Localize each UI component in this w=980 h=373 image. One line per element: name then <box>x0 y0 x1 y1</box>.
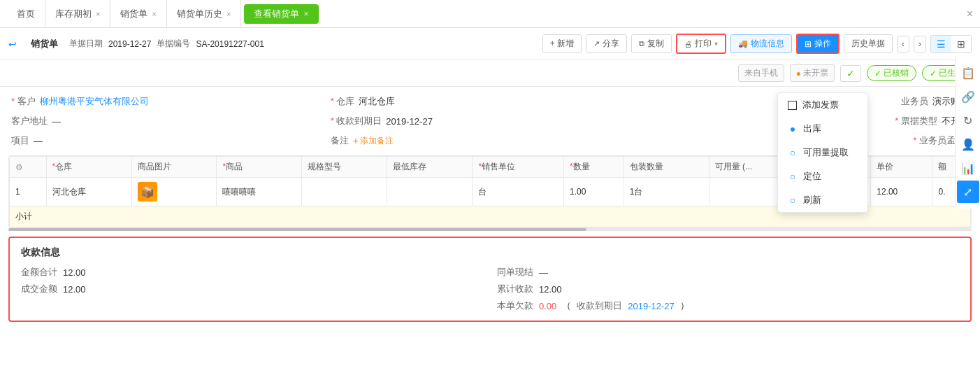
logistics-button[interactable]: 🚚 物流信息 <box>730 34 792 53</box>
customer-value[interactable]: 柳州粤港平安气体有限公司 <box>40 95 149 108</box>
col-settings: ⚙ <box>10 157 47 178</box>
project-value: — <box>34 136 43 146</box>
settlement-item: 同单现结 — <box>497 266 959 279</box>
cumulative-value: 12.00 <box>539 284 562 295</box>
cell-seq: 1 <box>10 178 47 206</box>
view-list-button[interactable]: ☰ <box>931 36 951 52</box>
tab-close-inventory[interactable]: × <box>96 10 100 18</box>
col-spec: 规格型号 <box>302 157 387 178</box>
warehouse-field: * 仓库 河北仓库 <box>331 95 650 108</box>
payment-grid: 金额合计 12.00 同单现结 — 成交金额 12.00 累计收款 12.00 … <box>21 266 959 312</box>
col-unit: *销售单位 <box>473 157 564 178</box>
not-open-button[interactable]: ● 未开票 <box>790 64 835 82</box>
doc-actions: + 新增 ↗ 分享 ⧉ 复制 🖨 打印 ▾ 🚚 物流信息 <box>542 34 972 54</box>
settings-icon[interactable]: ⚙ <box>15 162 23 172</box>
share-button[interactable]: ↗ 分享 <box>586 34 627 53</box>
col-unit-price: 单价 <box>871 157 932 178</box>
from-phone-button[interactable]: 来自手机 <box>738 64 784 82</box>
dropdown-locate[interactable]: ○ 定位 <box>778 164 867 188</box>
transaction-item: 成交金额 12.00 <box>21 283 483 295</box>
product-image: 📦 <box>138 182 157 202</box>
tab-bar-close[interactable]: × <box>967 8 973 20</box>
tab-home[interactable]: 首页 <box>7 0 45 28</box>
customer-field: * 客户 柳州粤港平安气体有限公司 <box>11 95 331 108</box>
tab-close-sales-order[interactable]: × <box>152 10 156 18</box>
view-grid-button[interactable]: ⊞ <box>951 36 971 52</box>
tab-sales-order[interactable]: 销货单 × <box>110 0 166 28</box>
sidebar-icon-2[interactable]: 🔗 <box>957 85 979 108</box>
transaction-value: 12.00 <box>63 284 86 295</box>
new-button[interactable]: + 新增 <box>542 34 582 53</box>
print-button[interactable]: 🖨 打印 ▾ <box>676 34 726 54</box>
doc-meta: 单据日期 2019-12-27 单据编号 SA-20191227-001 <box>69 38 264 50</box>
col-quantity: *数量 <box>564 157 624 178</box>
locate-icon: ○ <box>788 171 798 181</box>
payment-date-value: 2019-12-27 <box>386 116 433 127</box>
doc-icon: ↩ <box>8 38 17 50</box>
right-sidebar: 📋 🔗 ↻ 👤 📊 ⤢ <box>955 56 980 209</box>
sidebar-icon-6[interactable]: ⤢ <box>957 181 979 203</box>
cell-spec <box>302 178 387 206</box>
cell-pack-qty: 1台 <box>624 178 709 206</box>
cumulative-item: 累计收款 12.00 <box>497 283 959 295</box>
doc-header: ↩ 销货单 单据日期 2019-12-27 单据编号 SA-20191227-0… <box>0 28 980 60</box>
dropdown-available-qty[interactable]: ○ 可用量提取 <box>778 141 867 164</box>
dropdown-ship-out[interactable]: ● 出库 <box>778 117 867 141</box>
sold-badge: ✓ 已核销 <box>867 65 916 81</box>
tab-sales-history[interactable]: 销货单历史 × <box>167 0 241 28</box>
cell-unit-price: 12.00 <box>871 178 932 206</box>
dropdown-add-invoice[interactable]: 添加发票 <box>778 93 867 117</box>
add-note-button[interactable]: + 添加备注 <box>353 135 394 147</box>
sidebar-icon-1[interactable]: 📋 <box>957 62 979 84</box>
col-min-stock: 最低库存 <box>387 157 473 178</box>
payment-title: 收款信息 <box>21 246 959 259</box>
ship-out-icon: ● <box>788 124 798 134</box>
payment-box: 收款信息 金额合计 12.00 同单现结 — 成交金额 12.00 累计收款 1… <box>8 237 972 322</box>
scroll-indicator[interactable] <box>8 228 972 231</box>
nav-next-button[interactable]: › <box>914 36 926 52</box>
col-product-img: 商品图片 <box>131 157 217 178</box>
sub-toolbar: 来自手机 ● 未开票 ✓ ✓ 已核销 ✓ 已生效 <box>0 60 980 87</box>
available-qty-icon: ○ <box>788 148 798 157</box>
scroll-thumb <box>8 228 586 231</box>
tab-close-view-sales[interactable]: × <box>303 8 309 19</box>
cell-quantity: 1.00 <box>564 178 624 206</box>
cell-unit: 台 <box>473 178 564 206</box>
address-field: 客户地址 — <box>11 115 331 127</box>
sidebar-icon-4[interactable]: 👤 <box>957 133 979 155</box>
main-content: ↩ 销货单 单据日期 2019-12-27 单据编号 SA-20191227-0… <box>0 28 980 373</box>
payment-date-field: * 收款到期日 2019-12-27 <box>331 115 650 127</box>
outstanding-value: 0.00 <box>539 301 556 311</box>
settlement-value: — <box>539 267 548 278</box>
dropdown-menu: 添加发票 ● 出库 ○ 可用量提取 ○ 定位 ○ 刷新 <box>777 92 868 213</box>
add-invoice-icon <box>788 101 797 110</box>
check-icon-button[interactable]: ✓ <box>840 65 861 82</box>
sidebar-icon-5[interactable]: 📊 <box>957 157 979 179</box>
address-value: — <box>52 116 61 127</box>
operate-button[interactable]: ⊞ 操作 <box>796 34 840 54</box>
doc-title-area: ↩ 销货单 单据日期 2019-12-27 单据编号 SA-20191227-0… <box>8 38 542 50</box>
refresh-icon: ○ <box>788 195 798 205</box>
cell-product-img: 📦 <box>131 178 217 206</box>
total-amount-item: 金额合计 12.00 <box>21 266 483 279</box>
warehouse-value: 河北仓库 <box>359 95 395 108</box>
nav-prev-button[interactable]: ‹ <box>897 36 909 52</box>
outstanding-item: 本单欠款 0.00 （ 收款到期日 2019-12-27 ） <box>497 300 959 312</box>
view-toggle: ☰ ⊞ <box>930 35 972 53</box>
doc-type-label: 销货单 <box>31 38 58 50</box>
tab-inventory-init[interactable]: 库存期初 × <box>45 0 110 28</box>
tab-close-sales-history[interactable]: × <box>226 10 231 18</box>
history-button[interactable]: 历史单据 <box>844 34 893 53</box>
col-product: *商品 <box>217 157 302 178</box>
tab-bar: 首页 库存期初 × 销货单 × 销货单历史 × 查看销货单 × × <box>0 0 980 28</box>
sidebar-icon-3[interactable]: ↻ <box>957 109 979 132</box>
due-date-value: 2019-12-27 <box>628 301 675 311</box>
col-warehouse: *仓库 <box>46 157 131 178</box>
tab-view-sales[interactable]: 查看销货单 × <box>244 4 319 24</box>
note-field: 备注 + 添加备注 <box>331 134 650 147</box>
cell-warehouse: 河北仓库 <box>46 178 131 206</box>
total-amount-value: 12.00 <box>63 267 86 278</box>
copy-button[interactable]: ⧉ 复制 <box>631 34 672 53</box>
dropdown-refresh[interactable]: ○ 刷新 <box>778 188 867 212</box>
col-pack-qty: 包装数量 <box>624 157 709 178</box>
